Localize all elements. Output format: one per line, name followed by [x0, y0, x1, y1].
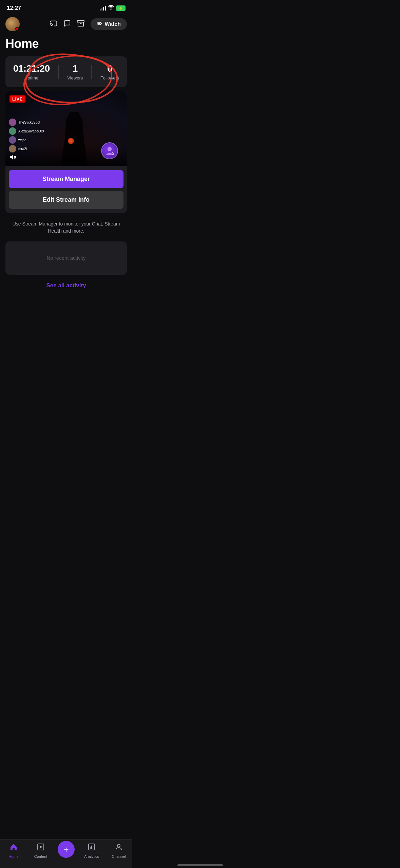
mute-icon[interactable]: [9, 154, 17, 162]
stats-annotation-wrapper: 01:21:20 Uptime 1 Viewers 0 Followers: [0, 56, 132, 87]
chat-avatar: [9, 127, 16, 135]
chat-overlay: TheStickySpot AlexaSavage809 wqhd mra2t: [9, 119, 44, 152]
chat-item: mra2t: [9, 145, 44, 152]
anim-circle: [101, 142, 118, 159]
chat-item: TheStickySpot: [9, 119, 44, 126]
uptime-stat: 01:21:20 Uptime: [13, 63, 50, 80]
wifi-icon: [108, 5, 114, 11]
battery-icon: ⚡: [116, 5, 126, 11]
live-badge: LIVE: [9, 95, 25, 103]
watch-button[interactable]: 👁 Watch: [91, 18, 127, 30]
svg-point-7: [108, 147, 112, 151]
svg-line-9: [113, 153, 114, 154]
stats-card: 01:21:20 Uptime 1 Viewers 0 Followers: [5, 56, 127, 87]
chat-username: mra2t: [18, 147, 27, 151]
chat-icon[interactable]: [63, 20, 71, 29]
chat-item: wqhd: [9, 136, 44, 144]
chat-avatar: [9, 119, 16, 126]
page-title: Home: [0, 35, 132, 56]
watch-label: Watch: [105, 21, 121, 27]
chat-username: TheStickySpot: [18, 121, 40, 124]
stream-preview[interactable]: LIVE TheStickySpot AlexaSavage809 wqhd: [5, 91, 127, 166]
svg-rect-1: [77, 20, 84, 22]
viewers-stat: 1 Viewers: [67, 63, 83, 80]
uptime-label: Uptime: [24, 75, 38, 80]
avatar[interactable]: [5, 17, 20, 31]
chat-username: AlexaSavage809: [18, 129, 44, 133]
no-activity-text: No recent activity: [46, 255, 85, 261]
stat-divider-1: [58, 65, 59, 79]
stream-card: LIVE TheStickySpot AlexaSavage809 wqhd: [5, 91, 127, 213]
followers-stat: 0 Followers: [100, 63, 119, 80]
edit-stream-button[interactable]: Edit Stream Info: [9, 191, 123, 209]
followers-label: Followers: [100, 75, 119, 80]
chat-avatar: [9, 145, 16, 152]
activity-card: No recent activity: [5, 241, 127, 275]
live-indicator: [15, 27, 19, 31]
signal-icon: [100, 6, 106, 11]
stream-description: Use Stream Manager to monitor your Chat,…: [0, 218, 132, 241]
header: 👁 Watch: [0, 14, 132, 35]
see-all-section: See all activity: [0, 276, 132, 294]
stat-divider-2: [91, 65, 92, 79]
followers-value: 0: [107, 63, 112, 74]
svg-line-8: [112, 152, 113, 153]
header-action-icons: 👁 Watch: [50, 18, 127, 30]
status-time: 12:27: [7, 5, 21, 12]
status-bar: 12:27 ⚡: [0, 0, 132, 14]
chat-username: wqhd: [18, 138, 26, 142]
chat-item: AlexaSavage809: [9, 127, 44, 135]
watch-eye-icon: 👁: [97, 21, 102, 27]
stream-manager-button[interactable]: Stream Manager: [9, 170, 123, 188]
animated-character: [101, 142, 121, 163]
uptime-value: 01:21:20: [13, 63, 50, 74]
inbox-icon[interactable]: [77, 20, 84, 29]
status-icons: ⚡: [100, 5, 126, 11]
cast-icon[interactable]: [50, 20, 57, 29]
chat-avatar: [9, 136, 16, 144]
viewers-value: 1: [73, 63, 78, 74]
viewers-label: Viewers: [67, 75, 83, 80]
see-all-link[interactable]: See all activity: [46, 282, 86, 289]
